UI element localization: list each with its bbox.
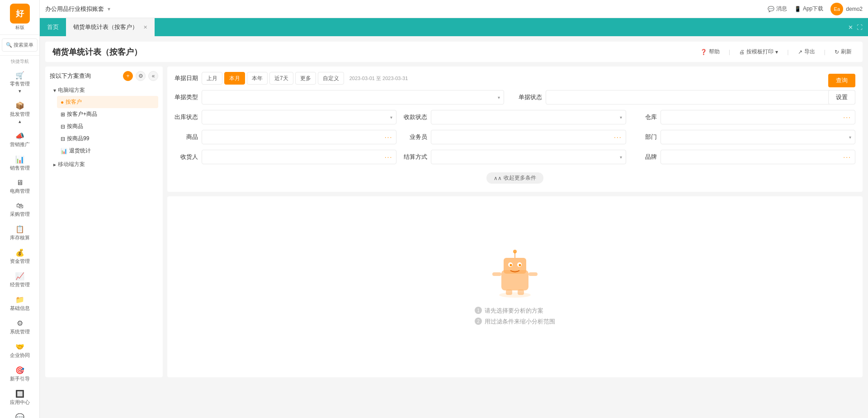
sidebar-item-guide[interactable]: 🎯 新手引导 xyxy=(0,362,39,386)
wechat-icon: 💬 xyxy=(15,413,24,418)
help-button[interactable]: ❓ 帮助 xyxy=(697,46,723,57)
user-name: demo2 xyxy=(846,6,863,12)
tree-mobile-header[interactable]: ▸ 移动端方案 xyxy=(50,159,158,170)
message-icon: 💬 xyxy=(768,6,774,12)
app-logo[interactable]: 好 标版 xyxy=(0,0,39,35)
warehouse-input[interactable]: ··· xyxy=(660,110,855,124)
purchase-icon: 🛍 xyxy=(16,202,24,210)
date-btn-last-month[interactable]: 上月 xyxy=(202,72,222,85)
recipient-filter: 收货人 ··· xyxy=(175,150,396,164)
sidebar-item-wechat[interactable]: 💬 企业微信 xyxy=(0,409,39,418)
page-title-bar: 销货单统计表（按客户） ❓ 帮助 | 🖨 按模板打印 ▾ | ↗ 导出 | xyxy=(45,42,863,62)
tree-item-goods-99[interactable]: ⊟ 按商品99 xyxy=(57,133,158,145)
settings-scheme-button[interactable]: ⚙ xyxy=(136,71,146,81)
sidebar-item-sales[interactable]: 📊 销售管理 xyxy=(0,152,39,175)
salesperson-input[interactable]: ··· xyxy=(431,130,626,144)
date-btn-this-month[interactable]: 本月 xyxy=(224,72,245,85)
doc-type-input[interactable]: ▾ xyxy=(202,90,504,104)
brand-input[interactable]: ··· xyxy=(660,150,855,164)
receipt-status-input[interactable]: ▾ xyxy=(431,110,626,124)
warehouse-dots-icon: ··· xyxy=(843,114,851,121)
tree-item-by-goods[interactable]: ⊟ 按商品 xyxy=(57,120,158,133)
export-button[interactable]: ↗ 导出 xyxy=(794,46,819,57)
sidebar-item-collab[interactable]: 🤝 企业协同 xyxy=(0,339,39,362)
department-input[interactable]: ▾ xyxy=(660,130,855,144)
tree-item-customer-goods[interactable]: ⊞ 按客户+商品 xyxy=(57,108,158,120)
tab-controls: ✕ ⛶ xyxy=(843,24,868,31)
print-template-button[interactable]: 🖨 按模板打印 ▾ xyxy=(736,46,782,57)
sidebar-item-inventory[interactable]: 📋 库存核算 xyxy=(0,221,39,245)
goods-input[interactable]: ··· xyxy=(202,130,396,144)
goods-filter: 商品 ··· xyxy=(175,130,396,144)
sidebar-item-wholesale[interactable]: 📦 批发管理 ▴ xyxy=(0,98,39,128)
recipient-input[interactable]: ··· xyxy=(202,150,396,164)
sidebar-item-marketing[interactable]: 📣 营销推广 xyxy=(0,128,39,152)
by-customer-label: 按客户 xyxy=(66,98,82,106)
return-stats-icon: 📊 xyxy=(61,148,67,154)
tree-desktop-header[interactable]: ▾ 电脑端方案 xyxy=(50,85,158,96)
basic-info-icon: 📁 xyxy=(15,295,24,304)
export-icon: ↗ xyxy=(798,49,802,55)
goods-label: 商品 xyxy=(175,133,198,141)
collapse-up-icon: ∧∧ xyxy=(494,175,502,181)
date-btn-this-year[interactable]: 本年 xyxy=(247,72,268,85)
add-scheme-button[interactable]: + xyxy=(123,71,133,81)
sidebar-item-system[interactable]: ⚙ 系统管理 xyxy=(0,315,39,339)
out-status-input[interactable]: ▾ xyxy=(202,110,396,124)
close-window-icon[interactable]: ✕ xyxy=(848,24,853,31)
sidebar-item-finance[interactable]: 💰 资金管理 xyxy=(0,245,39,268)
doc-status-input[interactable]: ▾ xyxy=(546,90,855,104)
goods-99-label: 按商品99 xyxy=(67,135,89,142)
settlement-filter: 结算方式 ▾ xyxy=(404,150,626,164)
tab-home[interactable]: 首页 xyxy=(40,18,66,36)
app-download-button[interactable]: 📱 App下载 xyxy=(794,5,823,13)
guide-icon: 🎯 xyxy=(15,366,24,375)
goods-dots-icon: ··· xyxy=(385,133,393,141)
salesperson-dots-icon: ··· xyxy=(614,133,622,141)
tree-mobile-label: 移动端方案 xyxy=(58,161,85,168)
sidebar-item-basic-info[interactable]: 📁 基础信息 xyxy=(0,292,39,315)
sidebar-item-retail[interactable]: 🛒 零售管理 ▾ xyxy=(0,67,39,98)
tree-item-return-stats[interactable]: 📊 退货统计 xyxy=(57,145,158,157)
print-dropdown-icon: ▾ xyxy=(775,49,778,55)
query-button[interactable]: 查询 xyxy=(828,74,855,87)
sidebar-item-apps[interactable]: 🔲 应用中心 xyxy=(0,386,39,409)
settlement-arrow-icon: ▾ xyxy=(620,155,622,160)
apps-icon: 🔲 xyxy=(15,390,24,398)
empty-tip-1: 1 请先选择要分析的方案 xyxy=(475,307,555,315)
sidebar-item-purchase[interactable]: 🛍 采购管理 xyxy=(0,198,39,221)
svg-point-6 xyxy=(519,264,521,266)
tree-item-by-customer[interactable]: ● 按客户 xyxy=(57,96,158,108)
doc-type-arrow-icon: ▾ xyxy=(498,95,500,100)
sidebar-item-operations[interactable]: 📈 经营管理 xyxy=(0,268,39,292)
collapse-button[interactable]: ∧∧ 收起更多条件 xyxy=(486,172,543,184)
date-btn-more[interactable]: 更多 xyxy=(295,72,316,85)
department-arrow-icon: ▾ xyxy=(849,135,851,140)
collapse-row: ∧∧ 收起更多条件 xyxy=(175,170,855,186)
collab-icon: 🤝 xyxy=(15,342,24,351)
warehouse-label: 仓库 xyxy=(633,113,657,121)
maximize-icon[interactable]: ⛶ xyxy=(857,24,863,31)
left-panel: 按以下方案查询 + ⚙ « ▾ 电脑端方案 ● xyxy=(45,66,163,377)
tab-close-button[interactable]: ✕ xyxy=(143,24,147,30)
settlement-label: 结算方式 xyxy=(404,153,427,161)
message-button[interactable]: 💬 消息 xyxy=(768,5,787,13)
user-menu[interactable]: Ea demo2 xyxy=(830,3,863,15)
topbar: 办公用品行业模拟账套 ▾ 💬 消息 📱 App下载 Ea demo2 xyxy=(40,0,868,18)
date-btn-custom[interactable]: 自定义 xyxy=(318,72,344,85)
settlement-input[interactable]: ▾ xyxy=(431,150,626,164)
empty-tip-2: 2 用过滤条件来缩小分析范围 xyxy=(475,318,555,326)
industry-dropdown-icon[interactable]: ▾ xyxy=(108,6,110,12)
collapse-panel-button[interactable]: « xyxy=(148,71,158,81)
search-menu-button[interactable]: 🔍 搜索菜单 xyxy=(2,38,38,52)
tab-sales-stats[interactable]: 销货单统计表（按客户） ✕ xyxy=(66,18,155,36)
svg-rect-12 xyxy=(518,290,524,295)
date-btn-7days[interactable]: 近7天 xyxy=(269,72,293,85)
refresh-button[interactable]: ↻ 刷新 xyxy=(831,46,855,57)
operations-icon: 📈 xyxy=(15,272,24,280)
doc-status-filter: 单据状态 ▾ xyxy=(519,90,855,104)
receipt-status-arrow-icon: ▾ xyxy=(620,115,622,120)
svg-rect-2 xyxy=(504,258,526,274)
settings-button[interactable]: 设置 xyxy=(828,90,855,104)
sidebar-item-ecommerce[interactable]: 🖥 电商管理 xyxy=(0,175,39,198)
